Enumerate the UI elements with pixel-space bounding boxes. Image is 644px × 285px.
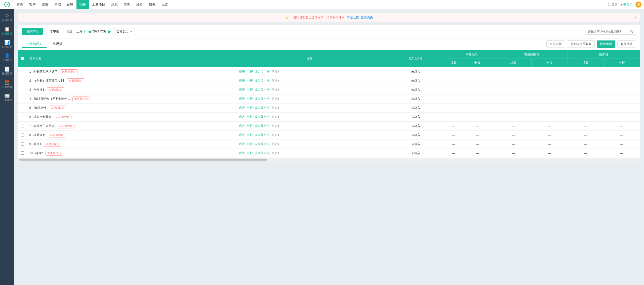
prev-month-button[interactable]: ◀ [88,29,91,34]
row-checkbox-9[interactable] [21,151,24,155]
sidebar-label-settlement: 汇算清缴 [2,85,12,88]
nav-settings[interactable]: 设置 [158,0,171,9]
row-checkbox-2[interactable] [21,88,24,91]
op-more[interactable]: 更多▾ [272,124,279,128]
banner-link-report[interactable]: 申报汇签 [347,15,359,20]
op-tax-table[interactable]: 税表 [239,151,245,155]
row-checkbox-7[interactable] [21,133,24,136]
tab-zero-report[interactable]: 零申报 [46,28,63,35]
fullscreen-button[interactable]: ⛶ 全屏 [608,2,618,7]
op-report[interactable]: 申报 [247,115,253,119]
nav-customer[interactable]: 客户 [26,0,39,9]
row-checkbox-6[interactable] [21,124,24,127]
next-month-button[interactable]: ▶ [108,29,111,34]
tab-small-scale[interactable]: 小规模 [49,41,66,48]
op-zero-report[interactable]: 设为零申报 [255,106,270,110]
status-badge: 未更新税定 [60,69,77,74]
sidebar-item-personal-tax[interactable]: 👤 个税申报 [0,51,14,64]
sidebar-item-batch-tax[interactable]: 📋 批量报税 [0,24,14,38]
tab-tax-report[interactable]: 税款申报 [22,28,43,35]
op-report[interactable]: 申报 [247,142,253,146]
op-report[interactable]: 申报 [247,133,253,137]
banner-link-buy[interactable]: 立即购买 [361,15,373,20]
row-checkbox-5[interactable] [21,115,24,118]
op-tax-table[interactable]: 税表 [239,79,245,82]
op-more[interactable]: 更多▾ [272,97,279,101]
sidebar-item-tax-settings[interactable]: ⚙ 报税设置 [0,11,14,24]
scroll-thumb[interactable] [19,159,267,161]
staff-dropdown[interactable]: 全部员工 ▼ [114,28,135,35]
nav-operation[interactable]: 经营 [133,0,146,9]
op-zero-report[interactable]: 设为零申报 [255,88,270,91]
row-checkbox-0[interactable] [21,70,24,73]
collect-receipt-button[interactable]: 收取回执 [617,40,636,48]
nav-home[interactable]: 首页 [14,0,26,9]
op-tax-table[interactable]: 税表 [239,88,245,91]
op-zero-report[interactable]: 设为零申报 [255,115,270,119]
op-tax-table[interactable]: 税表 [239,124,245,128]
op-zero-report[interactable]: 设为零申报 [255,151,270,155]
nav-service[interactable]: 服务 [146,0,158,9]
nav-billing[interactable]: 收费 [39,0,51,9]
op-report[interactable]: 申报 [247,106,253,110]
op-zero-report[interactable]: 设为零申报 [255,124,270,128]
row-checkbox-4[interactable] [21,106,24,109]
row-taxreturn-fill: — [495,131,532,140]
th-ca: CA状态 C [384,50,448,67]
row-name: 地方水利基金 [33,115,52,119]
op-more[interactable]: 更多▾ [272,115,279,119]
op-report[interactable]: 申报 [247,124,253,128]
update-tax-data-button[interactable]: 更新税定及取数 [567,40,595,48]
op-report[interactable]: 申报 [247,70,253,73]
op-report[interactable]: 申报 [247,151,253,155]
sidebar-item-annual-report[interactable]: 📰 工商年报 [0,91,14,104]
op-zero-report[interactable]: 设为零申报 [255,97,270,101]
table-row: 4 2013日记账（不要删除给... 未更新税定 税表 申报 设为零申报 更多▾… [18,94,640,104]
tab-general-taxpayer[interactable]: 一般纳税人 [22,41,47,48]
row-number: 4 [29,97,31,101]
op-zero-report[interactable]: 设为零申报 [255,142,270,146]
op-tax-table[interactable]: 税表 [239,142,245,146]
op-zero-report[interactable]: 设为零申报 [255,79,270,82]
nav-message[interactable]: 消息 [108,0,121,9]
sidebar-item-tax-record[interactable]: 📃 报税记录 [0,64,14,78]
op-more[interactable]: 更多▾ [272,142,279,146]
op-more[interactable]: 更多▾ [272,151,279,155]
op-report[interactable]: 申报 [247,79,253,82]
user-avatar[interactable]: 用 [635,2,641,8]
op-tax-table[interactable]: 税表 [239,70,245,73]
nav-bookkeeping[interactable]: 记账 [64,0,76,9]
op-tax-table[interactable]: 税表 [239,133,245,137]
search-input[interactable] [588,30,630,33]
op-report[interactable]: 申报 [247,97,253,101]
row-checkbox-1[interactable] [21,79,24,82]
row-taxreturn-report: — [532,131,568,140]
sidebar-item-settlement[interactable]: 🧮 汇算清缴 [0,78,14,91]
op-zero-report[interactable]: 设为零申报 [255,133,270,137]
op-more[interactable]: 更多▾ [272,70,279,73]
op-more[interactable]: 更多▾ [272,79,279,82]
op-tax-table[interactable]: 税表 [239,115,245,119]
op-more[interactable]: 更多▾ [272,133,279,137]
row-checkbox-3[interactable] [21,97,24,100]
row-checkbox-8[interactable] [21,142,24,146]
batch-declare-button[interactable]: 批量申报 [597,40,615,48]
member-button[interactable]: ▶ 畅会员 [621,2,632,7]
declaration-record-button[interactable]: 申报记录 [546,40,565,48]
search-button[interactable]: 🔍 [630,30,634,33]
horizontal-scrollbar[interactable] [18,158,640,161]
nav-management[interactable]: 管理 [121,0,133,9]
sidebar-item-tax-overview[interactable]: 📊 报税总览 [0,38,14,51]
select-all-checkbox[interactable] [21,57,24,60]
op-zero-report[interactable]: 设为零申报 [255,70,270,73]
nav-tax[interactable]: 报税 [76,0,89,9]
nav-business[interactable]: 工商项目 [89,0,108,9]
op-more[interactable]: 更多▾ [272,88,279,91]
banner-close-button[interactable]: × [634,15,637,20]
op-report[interactable]: 申报 [247,88,253,91]
op-tax-table[interactable]: 税表 [239,97,245,101]
op-more[interactable]: 更多▾ [272,106,279,110]
nav-invoice[interactable]: 票据 [51,0,64,9]
op-tax-table[interactable]: 税表 [239,106,245,110]
fullscreen-icon: ⛶ [608,3,611,6]
